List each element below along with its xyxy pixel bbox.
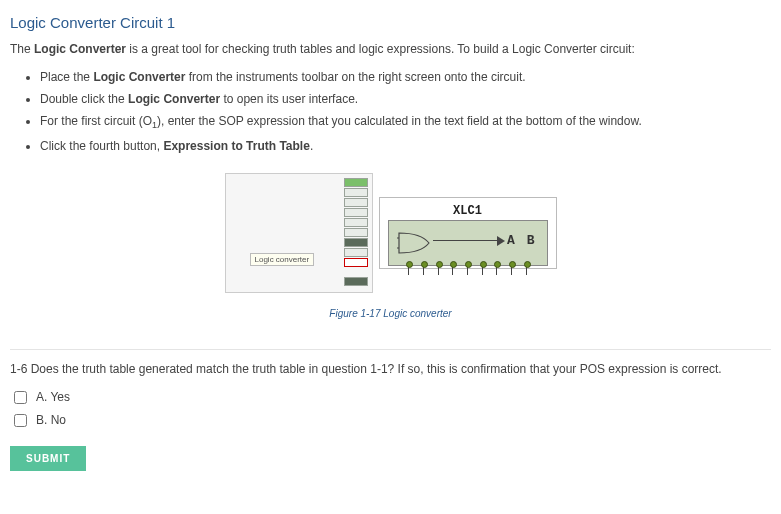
options: A. Yes B. No bbox=[10, 388, 771, 430]
step-3-b: ), enter the SOP expression that you cal… bbox=[157, 114, 642, 128]
tool-button[interactable] bbox=[344, 218, 368, 227]
step-4-a: Click the fourth button, bbox=[40, 139, 163, 153]
ab-label: A B bbox=[507, 233, 536, 248]
pin bbox=[467, 265, 468, 275]
step-1: Place the Logic Converter from the instr… bbox=[40, 68, 771, 86]
xlc-label: XLC1 bbox=[388, 204, 548, 218]
figure-container: Logic converter XLC1 A B bbox=[10, 173, 771, 319]
figure-caption: Figure 1-17 Logic converter bbox=[10, 308, 771, 319]
pin bbox=[438, 265, 439, 275]
step-1-b: Logic Converter bbox=[93, 70, 185, 84]
intro-text-1: The bbox=[10, 42, 34, 56]
page-title: Logic Converter Circuit 1 bbox=[10, 14, 771, 31]
tool-button[interactable] bbox=[344, 198, 368, 207]
divider bbox=[10, 349, 771, 350]
pin bbox=[452, 265, 453, 275]
circuit-canvas: Logic converter bbox=[225, 173, 373, 293]
tool-button[interactable] bbox=[344, 178, 368, 187]
arrow-head-icon bbox=[497, 236, 505, 246]
step-1-c: from the instruments toolbar on the righ… bbox=[185, 70, 525, 84]
pin-row bbox=[389, 265, 547, 275]
pin bbox=[526, 265, 527, 275]
pin bbox=[423, 265, 424, 275]
step-3-a: For the first circuit (O bbox=[40, 114, 152, 128]
gate-icon bbox=[397, 231, 433, 255]
tool-button[interactable] bbox=[344, 277, 368, 286]
step-1-a: Place the bbox=[40, 70, 93, 84]
pin bbox=[408, 265, 409, 275]
tool-button[interactable] bbox=[344, 248, 368, 257]
step-2-a: Double click the bbox=[40, 92, 128, 106]
option-a[interactable]: A. Yes bbox=[10, 388, 771, 407]
option-b[interactable]: B. No bbox=[10, 411, 771, 430]
step-3: For the first circuit (O1), enter the SO… bbox=[40, 112, 771, 133]
tool-button-logic-converter[interactable] bbox=[344, 258, 368, 267]
pin bbox=[482, 265, 483, 275]
tool-button[interactable] bbox=[344, 188, 368, 197]
step-2: Double click the Logic Converter to open… bbox=[40, 90, 771, 108]
intro-text-2: is a great tool for checking truth table… bbox=[126, 42, 635, 56]
checkbox-a[interactable] bbox=[14, 391, 27, 404]
step-2-c: to open its user interface. bbox=[220, 92, 358, 106]
question-text: 1-6 Does the truth table generated match… bbox=[10, 362, 771, 376]
option-b-label: B. No bbox=[36, 413, 66, 427]
tool-button[interactable] bbox=[344, 238, 368, 247]
step-2-b: Logic Converter bbox=[128, 92, 220, 106]
submit-button[interactable]: SUBMIT bbox=[10, 446, 86, 471]
tool-button[interactable] bbox=[344, 208, 368, 217]
pin bbox=[511, 265, 512, 275]
step-4: Click the fourth button, Expression to T… bbox=[40, 137, 771, 155]
steps-list: Place the Logic Converter from the instr… bbox=[40, 68, 771, 155]
xlc-body: A B bbox=[388, 220, 548, 266]
tool-button[interactable] bbox=[344, 228, 368, 237]
instrument-toolbar bbox=[344, 178, 368, 267]
xlc-component: XLC1 A B bbox=[379, 197, 557, 269]
step-4-c: . bbox=[310, 139, 313, 153]
option-a-label: A. Yes bbox=[36, 390, 70, 404]
pin bbox=[496, 265, 497, 275]
checkbox-b[interactable] bbox=[14, 414, 27, 427]
arrow-line bbox=[433, 240, 499, 241]
intro-bold: Logic Converter bbox=[34, 42, 126, 56]
tooltip: Logic converter bbox=[250, 253, 315, 266]
intro-paragraph: The Logic Converter is a great tool for … bbox=[10, 41, 771, 58]
step-4-b: Expression to Truth Table bbox=[163, 139, 309, 153]
